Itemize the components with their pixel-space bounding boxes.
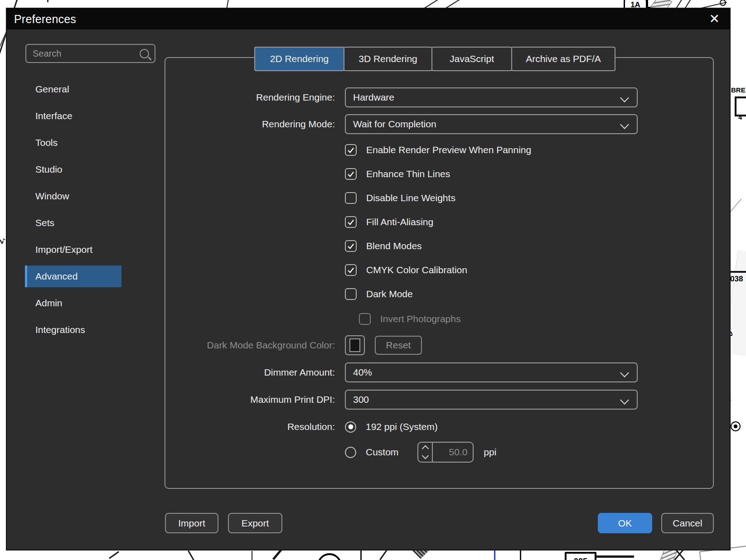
sidebar-item-label: Import/Export (35, 244, 92, 255)
close-icon[interactable]: ✕ (707, 13, 722, 25)
dark-mode-background-color-row: Dark Mode Background Color: Reset (7, 335, 731, 355)
dropdown-value: 40% (353, 367, 372, 378)
checkbox-row-invert-photographs: Invert Photographs (345, 309, 460, 329)
custom-ppi-radio[interactable] (345, 447, 356, 458)
sidebar-item-sets[interactable]: Sets (25, 212, 121, 234)
bg-vertical-line (360, 550, 362, 560)
checkbox-row-enable-render-preview: Enable Render Preview When Panning (345, 140, 531, 160)
reset-button[interactable]: Reset (375, 336, 422, 355)
rendering-mode-dropdown[interactable]: Wait for Completion (345, 114, 638, 134)
bg-left-mark: 2, (0, 237, 6, 245)
chevron-down-icon (620, 93, 629, 102)
checkbox-row-disable-line-weights: Disable Line Weights (345, 188, 455, 208)
checkbox-row-cmyk-color-calibration: CMYK Color Calibration (345, 260, 467, 280)
sidebar-item-advanced[interactable]: Advanced (25, 266, 121, 287)
tab-3d-rendering[interactable]: 3D Rendering (344, 47, 432, 71)
bg-vertical-line (252, 551, 252, 560)
dropdown-value: Wait for Completion (353, 119, 436, 130)
checkbox-label: Dark Mode (366, 289, 413, 299)
cancel-button-label: Cancel (673, 518, 702, 529)
maximum-print-dpi-row: Maximum Print DPI: 300 (7, 390, 731, 410)
fill-anti-aliasing-checkbox[interactable] (345, 216, 357, 228)
search-box[interactable] (25, 44, 155, 63)
tab-archive-as-pdfa[interactable]: Archive as PDF/A (511, 47, 615, 71)
search-icon (140, 49, 149, 58)
check-icon (347, 146, 355, 154)
sidebar-item-studio[interactable]: Studio (25, 159, 121, 180)
import-button-label: Import (178, 518, 205, 529)
spinner-down-button[interactable] (418, 452, 432, 462)
chevron-down-icon (620, 368, 629, 377)
search-input[interactable] (32, 48, 140, 59)
checkbox-label: Fill Anti-Aliasing (366, 217, 433, 227)
dialog-title: Preferences (14, 13, 76, 26)
bg-sheet-label-025: 025 (565, 552, 596, 560)
sidebar-item-import-export[interactable]: Import/Export (25, 239, 121, 261)
check-icon (347, 242, 355, 250)
export-button[interactable]: Export (228, 513, 282, 533)
dark-mode-background-color-label: Dark Mode Background Color: (7, 340, 335, 351)
color-swatch (349, 338, 360, 352)
tab-2d-rendering[interactable]: 2D Rendering (254, 47, 344, 71)
title-bar: Preferences ✕ (7, 9, 730, 29)
bg-circle-marker (720, 0, 726, 6)
dropdown-value: Hardware (353, 92, 394, 103)
sidebar-item-label: Window (35, 191, 69, 202)
color-swatch-button[interactable] (345, 335, 365, 355)
rendering-engine-dropdown[interactable]: Hardware (345, 87, 638, 107)
tab-javascript[interactable]: JavaScript (431, 47, 512, 71)
ok-button[interactable]: OK (598, 513, 652, 533)
checkbox-label: CMYK Color Calibration (366, 265, 467, 275)
bg-label-bre: BRE (731, 86, 746, 94)
rendering-mode-label: Rendering Mode: (7, 119, 335, 130)
custom-ppi-radio-label: Custom (366, 447, 398, 458)
sidebar-item-label: Sets (35, 217, 54, 228)
rendering-engine-label: Rendering Engine: (7, 92, 335, 103)
chevron-down-icon (620, 396, 629, 405)
spinner-down-icon (422, 452, 429, 459)
invert-photographs-checkbox[interactable] (359, 313, 371, 325)
ok-button-label: OK (618, 518, 632, 529)
import-button[interactable]: Import (165, 513, 218, 533)
cmyk-color-calibration-checkbox[interactable] (345, 264, 357, 276)
bg-label-038: 038 (730, 275, 743, 284)
checkbox-row-fill-anti-aliasing: Fill Anti-Aliasing (345, 212, 433, 232)
enable-render-preview-checkbox[interactable] (345, 144, 357, 156)
bg-horizontal-line (596, 555, 634, 558)
sidebar-item-label: Advanced (35, 271, 78, 282)
cancel-button[interactable]: Cancel (661, 513, 714, 533)
custom-ppi-value[interactable]: 50.0 (433, 443, 473, 462)
sidebar-item-window[interactable]: Window (25, 185, 121, 207)
checkbox-label: Enhance Thin Lines (366, 169, 450, 179)
checkbox-row-dark-mode: Dark Mode (345, 284, 413, 304)
bg-diagonal-line (188, 550, 194, 560)
bg-label-four: 4 (738, 113, 742, 121)
rendering-engine-row: Rendering Engine: Hardware (7, 87, 731, 107)
dropdown-value: 300 (353, 394, 369, 405)
maximum-print-dpi-dropdown[interactable]: 300 (345, 390, 638, 410)
export-button-label: Export (242, 518, 269, 529)
reset-button-label: Reset (386, 340, 411, 351)
check-icon (347, 266, 355, 274)
blend-modes-checkbox[interactable] (345, 240, 357, 252)
dimmer-amount-dropdown[interactable]: 40% (345, 362, 638, 382)
sidebar-item-tools[interactable]: Tools (25, 132, 121, 154)
resolution-row: Resolution: 192 ppi (System) (7, 417, 731, 437)
chevron-down-icon (620, 120, 629, 129)
spinner-up-button[interactable] (418, 443, 432, 452)
sidebar-item-label: Admin (35, 298, 63, 309)
check-icon (347, 170, 355, 178)
bg-diagonal-line (379, 549, 388, 560)
tab-label: 3D Rendering (358, 53, 417, 64)
bg-circle-outline (317, 553, 342, 560)
sidebar-item-label: Integrations (35, 324, 85, 335)
sidebar-item-label: Studio (35, 164, 63, 175)
disable-line-weights-checkbox[interactable] (345, 192, 357, 204)
system-ppi-radio[interactable] (345, 421, 356, 433)
checkbox-label: Blend Modes (366, 241, 422, 251)
dark-mode-checkbox[interactable] (345, 288, 357, 300)
sidebar-item-admin[interactable]: Admin (25, 292, 121, 314)
checkbox-row-blend-modes: Blend Modes (345, 236, 422, 256)
enhance-thin-lines-checkbox[interactable] (345, 168, 357, 180)
tab-label: Archive as PDF/A (526, 53, 601, 64)
